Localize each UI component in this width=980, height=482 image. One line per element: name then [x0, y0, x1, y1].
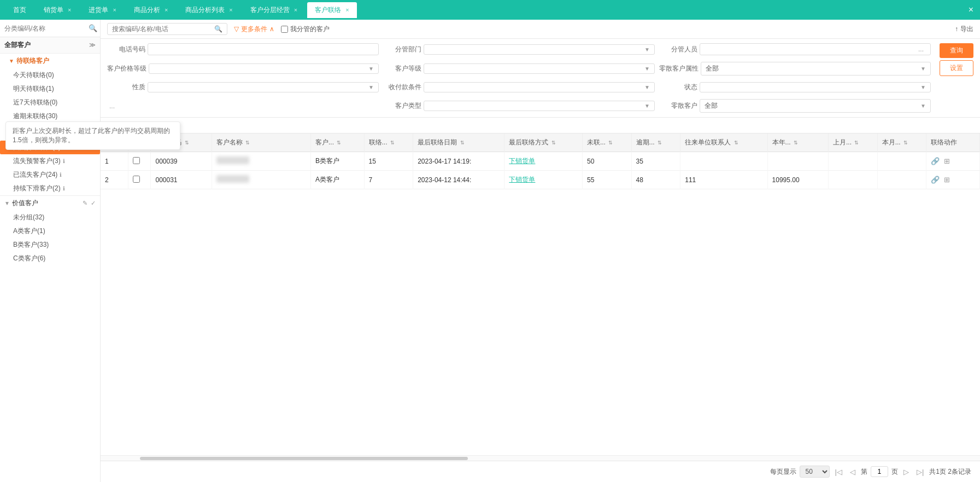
row1-overdue: 35 [631, 152, 680, 171]
bottom-scrollbar-thumb[interactable] [140, 457, 468, 460]
nav-close-analysis[interactable]: × [165, 7, 168, 13]
bottom-scrollbar[interactable] [101, 455, 980, 461]
my-customers-checkbox-label[interactable]: 我分管的客户 [281, 25, 330, 34]
sidebar-all-customers[interactable]: 全部客户 ≫ [0, 37, 100, 54]
filter-select-retail-attr-arrow: ▼ [920, 66, 926, 72]
sidebar-item-lost[interactable]: 已流失客户(24) ℹ [0, 168, 100, 182]
filter-search-input[interactable] [112, 25, 212, 33]
row1-check[interactable] [128, 152, 151, 171]
row2-lastdate: 2023-04-12 14:44: [413, 171, 504, 189]
sidebar-search-icon[interactable]: 🔍 [89, 24, 97, 32]
sidebar-item-class-b[interactable]: B类客户(33) [0, 238, 100, 252]
row2-lastway-link[interactable]: 下销货单 [509, 176, 535, 183]
page-first-icon[interactable]: |◁ [833, 467, 844, 477]
row2-check[interactable] [128, 171, 151, 189]
sort-icon-thismonth[interactable]: ⇅ [903, 140, 908, 146]
sidebar-group-pending[interactable]: ▼ 待联络客户 [0, 54, 100, 68]
row2-checkbox[interactable] [133, 176, 140, 183]
page-last-icon[interactable]: ▷| [914, 467, 926, 477]
sidebar-group-value[interactable]: ▼ 价值客户 ✎ ✓ [0, 195, 100, 211]
nav-item-analysis-list[interactable]: 商品分析列表 × [178, 2, 240, 18]
filter-search-icon[interactable]: 🔍 [214, 25, 222, 33]
row1-lastdate: 2023-04-17 14:19: [413, 152, 504, 171]
settings-button[interactable]: 设置 [940, 60, 973, 76]
nav-close-sales[interactable]: × [68, 7, 71, 13]
sidebar-item-class-a[interactable]: A类客户(1) [0, 224, 100, 238]
sort-icon-thisyear[interactable]: ⇅ [794, 140, 798, 146]
sidebar-item-today[interactable]: 今天待联络(0) [0, 68, 100, 82]
col-header-thisyear: 本年... ⇅ [767, 133, 828, 152]
filter-select-customer-grade[interactable]: ▼ [424, 63, 655, 74]
filter-select-price-grade[interactable]: ▼ [149, 63, 379, 74]
query-button[interactable]: 查询 [940, 43, 973, 58]
filter-label-phone: 电话号码 [107, 45, 145, 54]
filter-more-conditions[interactable]: ▽ 更多条件 ∧ [234, 25, 274, 34]
filter-select-payment[interactable]: ▼ [424, 82, 655, 92]
nav-item-sales[interactable]: 销货单 × [36, 2, 79, 18]
sort-icon-lastdate[interactable]: ⇅ [460, 140, 465, 146]
filter-dots-person[interactable]: ... [916, 45, 926, 53]
sidebar-item-declining[interactable]: 持续下滑客户(2) ℹ [0, 182, 100, 195]
sort-icon-lastway[interactable]: ⇅ [551, 140, 556, 146]
filter-select-status[interactable]: ▼ [700, 82, 931, 92]
filter-label-retail-attr: 零散客户属性 [659, 64, 699, 73]
sidebar-item-class-c[interactable]: C类客户(6) [0, 252, 100, 265]
row1-checkbox[interactable] [133, 157, 140, 164]
row1-action-grid-icon[interactable]: ⊞ [944, 157, 950, 165]
sidebar-collapse-icon[interactable]: ≫ [89, 42, 96, 49]
per-page-select[interactable]: 50 100 [800, 466, 830, 478]
sort-icon-code[interactable]: ⇅ [185, 140, 189, 146]
sort-icon-lastmonth[interactable]: ⇅ [854, 140, 859, 146]
nav-item-customer-layer[interactable]: 客户分层经营 × [243, 2, 305, 18]
col-header-lastdate: 最后联络日期 ⇅ [413, 133, 504, 152]
filter-select-dept[interactable]: ▼ [424, 44, 655, 55]
sidebar-group-pending-label: 待联络客户 [16, 56, 49, 66]
export-button[interactable]: ↑ 导出 [955, 25, 973, 34]
sort-icon-cat[interactable]: ⇅ [337, 140, 341, 146]
table-scroll-area[interactable]: 客户编码 ⇅ 客户名称 ⇅ 客户... ⇅ [101, 133, 980, 455]
filter-select-retail-attr[interactable]: 全部 ▼ [701, 62, 931, 76]
sort-icon-name[interactable]: ⇅ [245, 140, 250, 146]
sort-icon-contact[interactable]: ⇅ [390, 140, 395, 146]
nav-close-customer-layer[interactable]: × [294, 7, 297, 13]
nav-item-purchase[interactable]: 进货单 × [81, 2, 124, 18]
sidebar-check-icon[interactable]: ✓ [91, 200, 96, 207]
sort-icon-relatedperson[interactable]: ⇅ [734, 140, 738, 146]
filter-select-retail-customer[interactable]: 全部 ▼ [700, 99, 931, 113]
sidebar-group-value-label: 价值客户 [12, 199, 38, 208]
nav-item-analysis[interactable]: 商品分析 × [126, 2, 175, 18]
filter-field-extra: ... [107, 102, 379, 110]
nav-close-analysis-list[interactable]: × [229, 7, 232, 13]
page-prev-icon[interactable]: ◁ [848, 467, 858, 477]
row1-action-link-icon[interactable]: 🔗 [931, 157, 940, 165]
sidebar-item-ungroup[interactable]: 未分组(32) [0, 211, 100, 224]
sidebar-all-customers-label: 全部客户 [4, 40, 31, 50]
filter-select-person[interactable]: ... [700, 43, 931, 55]
filter-input-phone[interactable] [148, 43, 379, 55]
sort-icon-uncontact[interactable]: ⇅ [608, 140, 613, 146]
col-header-action: 联络动作 [926, 133, 980, 152]
sort-icon-overdue[interactable]: ⇅ [658, 140, 662, 146]
nav-item-home[interactable]: 首页 [5, 2, 34, 18]
sidebar-edit-icon[interactable]: ✎ [83, 200, 87, 207]
filter-row-1: 电话号码 分管部门 ▼ 分管人员 [107, 43, 931, 55]
nav-item-customer-contact[interactable]: 客户联络 × [307, 2, 356, 18]
page-next-icon[interactable]: ▷ [901, 467, 911, 477]
sidebar-search-input[interactable] [4, 25, 86, 32]
row2-uncontact: 55 [582, 171, 631, 189]
my-customers-checkbox[interactable] [281, 26, 288, 33]
page-number-input[interactable] [871, 466, 888, 477]
sidebar-item-tomorrow[interactable]: 明天待联络(1) [0, 82, 100, 96]
row1-lastway-link[interactable]: 下销货单 [509, 157, 535, 165]
nav-close-customer-contact[interactable]: × [345, 7, 349, 13]
filter-dots-extra[interactable]: ... [107, 102, 117, 110]
sidebar-item-7days[interactable]: 近7天待联络(0) [0, 96, 100, 109]
nav-main-close-icon[interactable]: × [969, 5, 973, 15]
row2-action-link-icon[interactable]: 🔗 [931, 176, 940, 184]
table-toolbar: ⚙ [101, 118, 980, 133]
sidebar-item-loss-warning[interactable]: 流失预警客户(3) ℹ [0, 154, 100, 168]
row2-action-grid-icon[interactable]: ⊞ [944, 176, 950, 184]
nav-close-purchase[interactable]: × [113, 7, 116, 13]
filter-select-nature[interactable]: ▼ [148, 82, 379, 92]
filter-select-customer-type[interactable]: ▼ [424, 101, 655, 111]
